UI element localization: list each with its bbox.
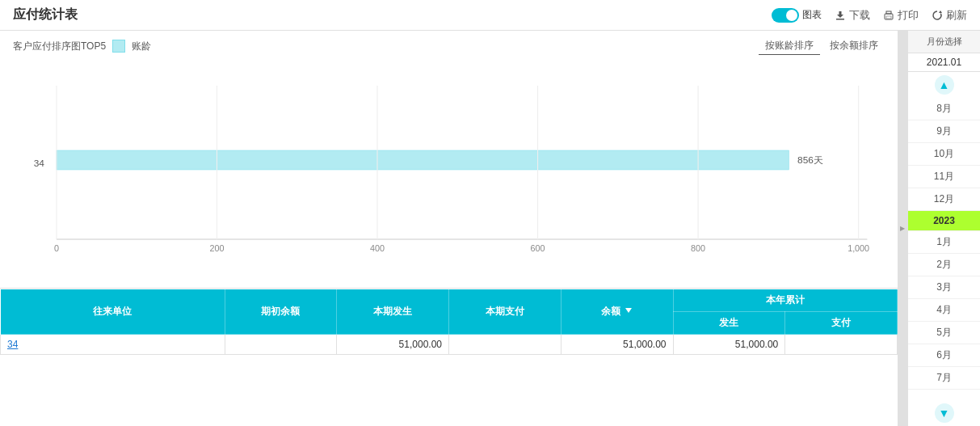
toggle-thumb [786, 10, 797, 21]
svg-text:800: 800 [691, 244, 705, 253]
chart-area: 34 856天 0 200 400 600 800 1,000 [0, 61, 898, 288]
print-label: 打印 [898, 8, 919, 23]
svg-marker-4 [939, 11, 942, 13]
svg-rect-6 [57, 150, 789, 170]
month-list: 8月 9月 10月 11月 12月 2023 1月 2月 3月 4月 5月 6月… [908, 98, 980, 400]
legend-box [112, 40, 125, 53]
month-item-5[interactable]: 5月 [908, 322, 980, 344]
th-annual-occur: 发生 [673, 312, 785, 335]
td-balance: 51,000.00 [561, 335, 673, 355]
month-item-10[interactable]: 10月 [908, 143, 980, 166]
data-table-section: 往来单位 期初余额 本期发生 本期支付 余额 本年累计 [0, 288, 898, 355]
year-input[interactable] [908, 53, 980, 72]
download-label: 下载 [849, 8, 870, 23]
header-actions: 图表 下载 打印 [772, 8, 967, 23]
month-item-1[interactable]: 1月 [908, 231, 980, 254]
chart-svg: 34 856天 0 200 400 600 800 1,000 [13, 61, 885, 272]
td-opening-balance [225, 335, 337, 355]
download-button[interactable]: 下载 [835, 8, 870, 23]
toggle-track[interactable] [772, 8, 799, 23]
svg-rect-0 [836, 19, 844, 20]
svg-rect-2 [886, 11, 891, 14]
month-item-7[interactable]: 7月 [908, 367, 980, 390]
sidebar-nav-up: ▲ [908, 72, 980, 98]
month-item-6[interactable]: 6月 [908, 344, 980, 367]
th-annual-pay: 支付 [785, 312, 898, 335]
td-annual-pay [785, 335, 898, 355]
nav-up-button[interactable]: ▲ [935, 75, 954, 95]
sidebar-header: 月份选择 [908, 31, 980, 53]
th-period-occur: 本期发生 [337, 289, 449, 335]
refresh-icon [932, 10, 943, 21]
td-period-occur: 51,000.00 [337, 335, 449, 355]
chart-label: 图表 [802, 8, 822, 22]
chart-section: 客户应付排序图TOP5 账龄 按账龄排序 按余额排序 34 856天 [0, 31, 898, 426]
th-balance: 余额 [561, 289, 673, 335]
balance-sort-icon [625, 306, 633, 314]
refresh-label: 刷新 [946, 8, 967, 23]
sort-tabs: 按账龄排序 按余额排序 [759, 37, 885, 55]
svg-text:200: 200 [209, 244, 224, 253]
legend-text: 客户应付排序图TOP5 [13, 40, 106, 53]
sidebar-nav-down: ▼ [908, 400, 980, 426]
main-content: 客户应付排序图TOP5 账龄 按账龄排序 按余额排序 34 856天 [0, 31, 980, 426]
year-marker-2023[interactable]: 2023 [908, 211, 980, 231]
td-period-pay [449, 335, 562, 355]
svg-rect-3 [886, 16, 891, 19]
app-header: 应付统计表 图表 下载 打印 [0, 0, 980, 31]
month-item-8[interactable]: 8月 [908, 98, 980, 120]
table-row: 34 51,000.00 51,000.00 51,000.00 [1, 335, 898, 355]
svg-text:34: 34 [34, 158, 45, 168]
th-period-pay: 本期支付 [449, 289, 562, 335]
sidebar: 月份选择 ▲ 8月 9月 10月 11月 12月 2023 1月 2月 3月 4… [907, 31, 980, 426]
chart-header: 客户应付排序图TOP5 账龄 按账龄排序 按余额排序 [0, 31, 898, 61]
legend-box-label: 账龄 [132, 40, 151, 53]
th-annual-cumul: 本年累计 [673, 289, 898, 312]
svg-text:0: 0 [54, 244, 59, 253]
svg-text:856天: 856天 [797, 155, 822, 165]
svg-text:400: 400 [370, 244, 385, 253]
print-icon [883, 10, 894, 21]
download-icon [835, 10, 846, 21]
sort-by-balance-tab[interactable]: 按账龄排序 [759, 37, 820, 55]
svg-text:600: 600 [531, 244, 545, 253]
svg-text:1,000: 1,000 [848, 244, 869, 253]
divider-handle[interactable] [898, 31, 907, 426]
month-item-9[interactable]: 9月 [908, 120, 980, 143]
month-item-4[interactable]: 4月 [908, 299, 980, 322]
svg-marker-21 [625, 308, 632, 313]
month-item-11[interactable]: 11月 [908, 166, 980, 188]
th-vendor: 往来单位 [1, 289, 225, 335]
th-opening-balance: 期初余额 [225, 289, 337, 335]
data-table: 往来单位 期初余额 本期发生 本期支付 余额 本年累计 [0, 289, 898, 355]
chart-legend: 客户应付排序图TOP5 账龄 [13, 40, 151, 53]
sort-by-amount-tab[interactable]: 按余额排序 [823, 37, 885, 55]
page-title: 应付统计表 [13, 6, 78, 23]
month-item-3[interactable]: 3月 [908, 276, 980, 299]
td-vendor[interactable]: 34 [1, 335, 225, 355]
chart-toggle[interactable]: 图表 [772, 8, 822, 23]
td-annual-occur: 51,000.00 [673, 335, 785, 355]
nav-down-button[interactable]: ▼ [935, 403, 954, 423]
month-item-2[interactable]: 2月 [908, 254, 980, 276]
print-button[interactable]: 打印 [883, 8, 919, 23]
month-item-12[interactable]: 12月 [908, 188, 980, 211]
refresh-button[interactable]: 刷新 [932, 8, 967, 23]
